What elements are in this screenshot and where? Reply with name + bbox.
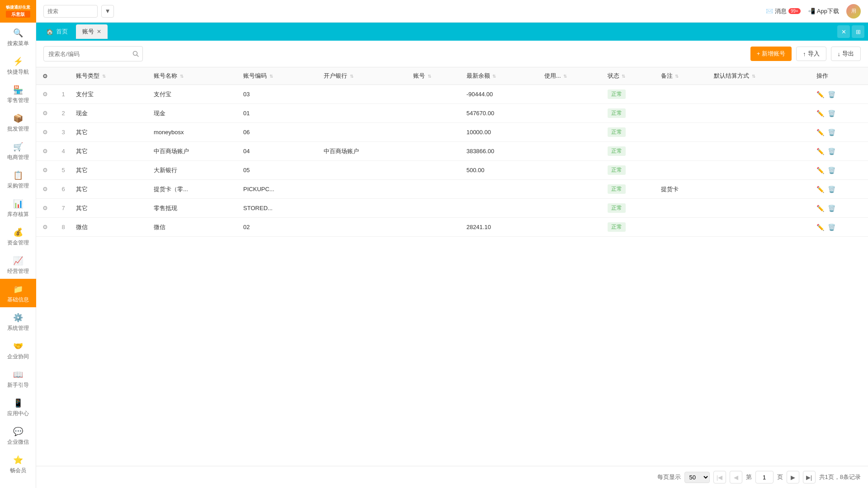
delete-btn[interactable]: 🗑️ xyxy=(828,186,835,193)
avatar[interactable]: 用 xyxy=(846,4,861,19)
sidebar-item-wholesale-mgmt[interactable]: 📦 批发管理 xyxy=(0,108,36,136)
basic-info-icon: 📁 xyxy=(13,284,23,294)
new-account-btn[interactable]: + 新增账号 xyxy=(750,47,792,61)
row-usage xyxy=(541,199,604,218)
row-account xyxy=(410,180,462,199)
edit-btn[interactable]: ✏️ xyxy=(816,186,824,193)
sort-status-icon: ⇅ xyxy=(622,74,625,79)
sidebar-item-search-menu[interactable]: 🔍 搜索菜单 xyxy=(0,23,36,51)
delete-btn[interactable]: 🗑️ xyxy=(828,129,835,136)
row-default-settle xyxy=(710,85,813,104)
edit-btn[interactable]: ✏️ xyxy=(816,91,824,98)
tab-expand-btn[interactable]: ⊞ xyxy=(852,25,864,38)
row-gear-icon[interactable]: ⚙ xyxy=(42,167,48,174)
tab-account[interactable]: 账号 ✕ xyxy=(76,24,108,39)
edit-btn[interactable]: ✏️ xyxy=(816,167,824,174)
sort-settle-icon: ⇅ xyxy=(752,74,755,79)
row-code: PICKUPC... xyxy=(240,180,320,199)
row-code: 05 xyxy=(240,161,320,180)
import-btn[interactable]: ↑ 导入 xyxy=(796,47,826,61)
page-prev-btn[interactable]: ◀ xyxy=(730,471,742,483)
search-icon xyxy=(132,51,139,57)
col-type[interactable]: 账号类型 ⇅ xyxy=(72,67,150,85)
sidebar-item-inventory[interactable]: 📊 库存核算 xyxy=(0,193,36,222)
sidebar-item-ecommerce-mgmt[interactable]: 🛒 电商管理 xyxy=(0,136,36,165)
sidebar-item-ops-mgmt[interactable]: 📈 经营管理 xyxy=(0,250,36,279)
sidebar-item-purchase-mgmt[interactable]: 📋 采购管理 xyxy=(0,165,36,193)
row-gear-icon[interactable]: ⚙ xyxy=(42,205,48,211)
delete-btn[interactable]: 🗑️ xyxy=(828,91,835,98)
delete-btn[interactable]: 🗑️ xyxy=(828,224,835,231)
col-bank[interactable]: 开户银行 ⇅ xyxy=(320,67,410,85)
tab-close-account[interactable]: ✕ xyxy=(97,28,101,35)
sidebar-item-new-guide[interactable]: 📖 新手引导 xyxy=(0,364,36,393)
row-usage xyxy=(541,161,604,180)
row-balance xyxy=(463,199,541,218)
page-last-btn[interactable]: ▶| xyxy=(803,471,816,483)
col-gear[interactable]: ⚙ xyxy=(36,67,54,85)
row-num: 3 xyxy=(54,123,72,142)
col-account[interactable]: 账号 ⇅ xyxy=(410,67,462,85)
sidebar-item-quick-nav[interactable]: ⚡ 快捷导航 xyxy=(0,51,36,80)
edit-btn[interactable]: ✏️ xyxy=(816,148,824,155)
tab-home[interactable]: 🏠 首页 xyxy=(40,24,74,39)
edit-btn[interactable]: ✏️ xyxy=(816,205,824,212)
row-action: ✏️ 🗑️ xyxy=(813,218,868,237)
col-balance[interactable]: 最新余额 ⇅ xyxy=(463,67,541,85)
col-default-settle[interactable]: 默认结算方式 ⇅ xyxy=(710,67,813,85)
delete-btn[interactable]: 🗑️ xyxy=(828,167,835,174)
home-icon: 🏠 xyxy=(46,28,53,35)
row-bank xyxy=(320,85,410,104)
col-name[interactable]: 账号名称 ⇅ xyxy=(150,67,240,85)
dropdown-btn[interactable]: ▼ xyxy=(101,5,114,18)
page-size-select[interactable]: 50 20 100 xyxy=(684,472,710,483)
quick-nav-icon: ⚡ xyxy=(13,56,23,66)
sort-type-icon: ⇅ xyxy=(102,74,106,79)
row-balance: 28241.10 xyxy=(463,218,541,237)
row-num: 6 xyxy=(54,180,72,199)
sidebar-item-enterprise-agreement[interactable]: 🤝 企业协同 xyxy=(0,336,36,364)
row-gear-icon[interactable]: ⚙ xyxy=(42,110,48,117)
sidebar-item-finance-mgmt[interactable]: 💰 资金管理 xyxy=(0,222,36,250)
sidebar-item-basic-info[interactable]: 📁 基础信息 xyxy=(0,279,36,307)
delete-btn[interactable]: 🗑️ xyxy=(828,110,835,117)
page-next-btn[interactable]: ▶ xyxy=(787,471,799,483)
row-action: ✏️ 🗑️ xyxy=(813,142,868,161)
export-btn[interactable]: ↓ 导出 xyxy=(831,47,861,61)
sidebar-item-sys-mgmt[interactable]: ⚙️ 系统管理 xyxy=(0,307,36,336)
delete-btn[interactable]: 🗑️ xyxy=(828,148,835,155)
tab-bar: 🏠 首页 账号 ✕ ✕ ⊞ xyxy=(36,23,868,41)
page-number-input[interactable] xyxy=(755,471,774,483)
row-gear-icon[interactable]: ⚙ xyxy=(42,91,48,98)
sidebar-item-app-center[interactable]: 📱 应用中心 xyxy=(0,393,36,421)
row-gear-icon[interactable]: ⚙ xyxy=(42,186,48,192)
edit-btn[interactable]: ✏️ xyxy=(816,110,824,117)
top-search-input[interactable] xyxy=(43,5,98,18)
col-code[interactable]: 账号编码 ⇅ xyxy=(240,67,320,85)
app-download-btn[interactable]: 📲 App下载 xyxy=(808,7,839,15)
row-code: 01 xyxy=(240,104,320,123)
row-gear-icon[interactable]: ⚙ xyxy=(42,129,48,136)
row-type: 其它 xyxy=(72,142,150,161)
page-first-btn[interactable]: |◀ xyxy=(713,471,726,483)
edit-btn[interactable]: ✏️ xyxy=(816,129,824,136)
sidebar: 畅捷通好生意 乐意版 🔍 搜索菜单 ⚡ 快捷导航 🏪 零售管理 📦 批发管理 🛒… xyxy=(0,0,36,488)
sidebar-item-enterprise-wechat[interactable]: 💬 企业微信 xyxy=(0,421,36,450)
row-gear-icon[interactable]: ⚙ xyxy=(42,148,48,155)
row-name: 零售抵现 xyxy=(150,199,240,218)
message-btn[interactable]: ✉️ 消息 99+ xyxy=(766,7,801,15)
row-gear-icon[interactable]: ⚙ xyxy=(42,224,48,230)
search-input[interactable] xyxy=(44,48,129,60)
tab-close-all-btn[interactable]: ✕ xyxy=(837,25,850,38)
col-status[interactable]: 状态 ⇅ xyxy=(604,67,657,85)
edit-btn[interactable]: ✏️ xyxy=(816,224,824,231)
col-remark[interactable]: 备注 ⇅ xyxy=(657,67,710,85)
content-area: + 新增账号 ↑ 导入 ↓ 导出 ⚙ xyxy=(36,41,868,488)
row-balance: 10000.00 xyxy=(463,123,541,142)
col-usage[interactable]: 使用... ⇅ xyxy=(541,67,604,85)
row-default-settle xyxy=(710,218,813,237)
delete-btn[interactable]: 🗑️ xyxy=(828,205,835,212)
search-button[interactable] xyxy=(129,47,142,61)
sidebar-item-retail-mgmt[interactable]: 🏪 零售管理 xyxy=(0,80,36,108)
sidebar-item-vip[interactable]: ⭐ 畅会员 xyxy=(0,450,36,478)
